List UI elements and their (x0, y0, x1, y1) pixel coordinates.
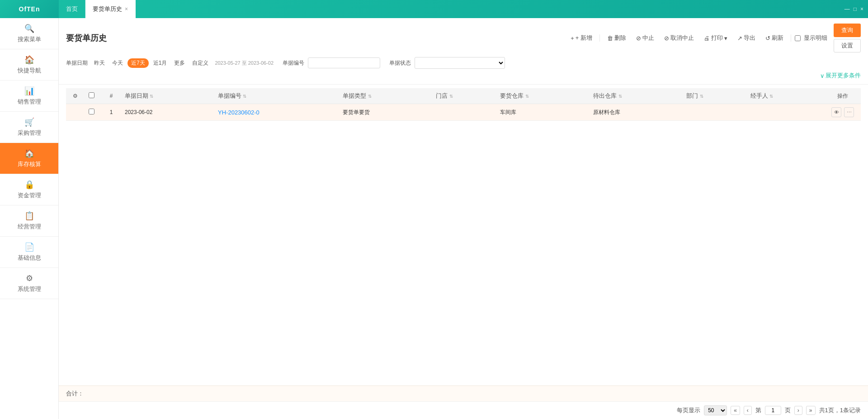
sidebar-item-label: 库存核算 (18, 160, 41, 168)
date-btn-1month[interactable]: 近1月 (151, 58, 170, 68)
page-size-label: 每页显示 (677, 406, 700, 414)
display-detail-checkbox[interactable] (795, 35, 801, 41)
tab-requisition-history[interactable]: 要货单历史 × (85, 0, 136, 18)
display-detail-toggle[interactable]: 显示明细 (795, 34, 827, 42)
status-filter-select[interactable] (415, 57, 505, 69)
column-dept[interactable]: 部门 ⇅ (682, 88, 746, 104)
expand-more-btn[interactable]: ∨ 展开更多条件 (820, 71, 861, 80)
date-filter-label: 单据日期 (66, 59, 88, 67)
date-btn-7days[interactable]: 近7天 (127, 58, 149, 68)
brand-name: OfTEn (19, 5, 40, 13)
column-docno[interactable]: 单据编号 ⇅ (213, 88, 338, 104)
column-handler[interactable]: 经手人 ⇅ (746, 88, 825, 104)
column-checkbox (84, 88, 102, 104)
row-wait-warehouse: 原材料仓库 (589, 104, 682, 121)
expand-more-icon: ∨ (820, 72, 825, 79)
column-shop[interactable]: 门店 ⇅ (431, 88, 495, 104)
query-button[interactable]: 查询 (834, 24, 861, 37)
inventory-icon: 🏠 (24, 148, 34, 158)
sidebar-item-inventory[interactable]: 🏠 库存核算 (0, 143, 58, 174)
delete-button[interactable]: 🗑 删除 (604, 32, 630, 44)
print-icon: 🖨 (704, 35, 710, 42)
new-button[interactable]: + + 新增 (567, 32, 596, 44)
window-maximize-icon[interactable]: □ (854, 6, 857, 12)
row-dept (682, 104, 746, 121)
row-req-warehouse: 车间库 (495, 104, 589, 121)
docno-filter-input[interactable] (308, 57, 380, 68)
row-num: 1 (102, 104, 120, 121)
date-btn-yesterday[interactable]: 昨天 (91, 58, 108, 68)
sort-dept-icon: ⇅ (700, 94, 703, 99)
requisition-table: ⚙ # 单据日期 ⇅ 单据编号 ⇅ (66, 88, 861, 121)
sort-shop-icon: ⇅ (449, 94, 453, 99)
date-btn-custom[interactable]: 自定义 (189, 58, 211, 68)
page-unit-label: 页 (785, 406, 791, 414)
finance-icon: 🔒 (24, 180, 34, 190)
sidebar-item-search-menu[interactable]: 🔍 搜索菜单 (0, 18, 58, 49)
tab-requisition-history-label: 要货单历史 (93, 5, 122, 13)
delete-label: 删除 (614, 34, 626, 42)
sidebar-item-label: 经营管理 (18, 223, 41, 231)
sidebar-item-finance-mgmt[interactable]: 🔒 资金管理 (0, 174, 58, 205)
cancel-stop-button[interactable]: ⊘ 取消中止 (660, 32, 698, 44)
page-number-input[interactable] (765, 406, 781, 415)
brand-logo: OfTEn (0, 0, 59, 18)
delete-icon: 🗑 (607, 35, 613, 42)
row-handler (746, 104, 825, 121)
sort-handler-icon: ⇅ (769, 94, 773, 99)
column-req-warehouse[interactable]: 要货仓库 ⇅ (495, 88, 589, 104)
column-ops: 操作 (825, 88, 861, 104)
row-shop (431, 104, 495, 121)
row-docno-link[interactable]: YH-20230602-0 (218, 109, 259, 116)
row-ops: 👁 ⋯ (825, 104, 861, 121)
stop-button[interactable]: ⊘ 中止 (632, 32, 658, 44)
sidebar-item-ops-mgmt[interactable]: 📋 经营管理 (0, 205, 58, 237)
column-num: # (102, 88, 120, 104)
sidebar-item-basic-info[interactable]: 📄 基础信息 (0, 237, 58, 268)
row-gear (66, 104, 84, 121)
next-page-button[interactable]: › (794, 406, 802, 415)
date-btn-more[interactable]: 更多 (171, 58, 188, 68)
select-all-checkbox[interactable] (89, 92, 94, 98)
sidebar-item-purchase-mgmt[interactable]: 🛒 采购管理 (0, 112, 58, 143)
export-button[interactable]: ↗ 导出 (734, 32, 759, 44)
table-container: ⚙ # 单据日期 ⇅ 单据编号 ⇅ (59, 85, 868, 386)
column-wait-warehouse[interactable]: 待出仓库 ⇅ (589, 88, 682, 104)
status-filter: 单据状态 (389, 57, 505, 69)
tab-home[interactable]: 首页 (59, 0, 85, 18)
prev-page-button[interactable]: ‹ (744, 406, 752, 415)
expand-more-label: 展开更多条件 (826, 71, 861, 80)
column-doctype[interactable]: 单据类型 ⇅ (338, 88, 431, 104)
print-button[interactable]: 🖨 打印 ▾ (700, 32, 731, 44)
row-more-icon[interactable]: ⋯ (844, 107, 854, 117)
column-gear[interactable]: ⚙ (66, 88, 84, 104)
basic-info-icon: 📄 (24, 242, 34, 252)
tab-close-icon[interactable]: × (125, 6, 128, 12)
row-select-checkbox[interactable] (89, 109, 94, 114)
sidebar-item-quick-nav[interactable]: 🏠 快捷导航 (0, 49, 58, 81)
column-date[interactable]: 单据日期 ⇅ (120, 88, 213, 104)
sidebar-item-system-mgmt[interactable]: ⚙ 系统管理 (0, 268, 58, 299)
table-header-row: ⚙ # 单据日期 ⇅ 单据编号 ⇅ (66, 88, 861, 104)
top-tabs: 首页 要货单历史 × (59, 0, 136, 18)
date-range-display: 2023-05-27 至 2023-06-02 (215, 60, 274, 67)
sidebar-item-label: 资金管理 (18, 191, 41, 200)
refresh-button[interactable]: ↺ 刷新 (762, 32, 787, 44)
print-dropdown-icon: ▾ (724, 35, 727, 42)
print-label: 打印 (711, 34, 723, 42)
first-page-button[interactable]: « (731, 406, 740, 415)
window-close-icon[interactable]: × (860, 6, 863, 12)
last-page-button[interactable]: » (806, 406, 816, 415)
window-minimize-icon[interactable]: — (844, 6, 850, 12)
sort-req-warehouse-icon: ⇅ (525, 94, 529, 99)
date-btn-today[interactable]: 今天 (109, 58, 126, 68)
display-detail-label: 显示明细 (804, 34, 827, 42)
row-view-icon[interactable]: 👁 (831, 107, 841, 117)
settings-button[interactable]: 设置 (834, 39, 861, 52)
docno-filter-label: 单据编号 (283, 59, 304, 67)
sidebar-item-sales-mgmt[interactable]: 📊 销售管理 (0, 81, 58, 112)
current-page-label: 第 (755, 406, 761, 414)
page-size-select[interactable]: 20 50 100 200 (704, 405, 727, 415)
date-quick-btns: 昨天 今天 近7天 近1月 更多 自定义 (91, 58, 211, 68)
search-menu-icon: 🔍 (24, 24, 34, 33)
